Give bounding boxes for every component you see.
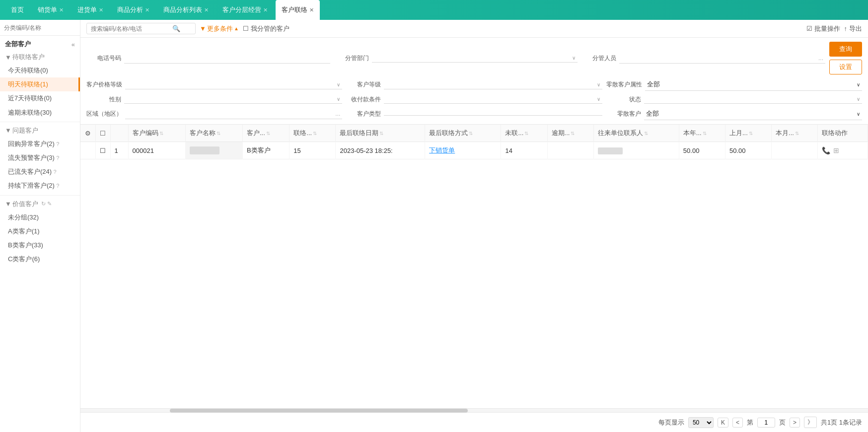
scrollbar-thumb[interactable] [170,409,468,413]
gender-select[interactable]: ∨ [124,95,342,104]
sort-icon: ⇅ [644,131,648,136]
col-this-year: 本年...⇅ [679,125,725,142]
dept-select[interactable]: ∨ [372,54,578,63]
nav-tab-product-analysis[interactable]: 商品分析 ✕ [111,0,155,20]
row-this-month [772,142,818,159]
sort-icon: ⇅ [266,131,270,136]
row-name[interactable] [185,142,242,159]
row-this-year: 50.00 [679,142,725,159]
close-icon[interactable]: ✕ [263,7,268,13]
query-button[interactable]: 查询 [829,42,862,57]
close-icon[interactable]: ✕ [59,7,64,13]
sidebar-item-lost-warning[interactable]: 流失预警客户(3) ? [0,151,80,165]
retail-attr-label: 零散客户属性 [606,80,642,89]
nav-tab-purchase[interactable]: 进货单 ✕ [72,0,109,20]
total-records: 共1页 1条记录 [821,418,862,427]
main-layout: 🔍 全部客户 « ▼ 待联络客户 今天待联络(0) 明天待联络(1) 近7天待联… [0,20,868,432]
sidebar-item-already-lost[interactable]: 已流失客户(24) ? [0,165,80,179]
payment-select[interactable]: ∨ [384,95,602,104]
sidebar-item-class-a[interactable]: A类客户(1) [0,224,80,238]
filter-cell-retail-customer: 零散客户 全部 ∨ [606,108,862,120]
settings-gear-icon[interactable]: ⚙ [85,130,91,137]
search-icon[interactable]: 🔍 [172,25,180,32]
nav-home[interactable]: 首页 [5,0,30,20]
row-settings[interactable] [80,142,95,159]
export-icon: ↑ [844,25,848,32]
level-select[interactable]: ∨ [384,80,602,89]
phone-input[interactable] [124,53,330,64]
nav-tab-customer-contact[interactable]: 客户联络 ✕ [276,0,320,20]
phone-action-icon[interactable]: 📞 [822,146,830,154]
per-page-label: 每页显示 [658,418,684,427]
chevron-down-icon: ∨ [337,82,340,87]
close-icon[interactable]: ✕ [309,7,314,13]
search-box[interactable]: 🔍 [86,23,196,34]
export-button[interactable]: ↑ 导出 [844,24,863,33]
my-customers-checkbox[interactable]: ☐ 我分管的客户 [243,24,289,33]
sidebar-item-today-contact[interactable]: 今天待联络(0) [0,64,80,77]
grid-action-icon[interactable]: ⊞ [833,146,839,154]
filter-cell-price: 客户价格等级 ∨ [86,80,342,89]
sidebar-all-customers-header[interactable]: 全部客户 « [0,36,80,51]
main-search-input[interactable] [91,25,170,32]
settings-button[interactable]: 设置 [829,60,862,74]
table-body: ☐ 1 000021 B类客户 15 2023-05-23 18:25: 下销货… [80,142,868,159]
row-last-method[interactable]: 下销货单 [425,142,501,159]
nav-tab-sales[interactable]: 销货单 ✕ [32,0,70,20]
horizontal-scrollbar[interactable] [80,408,868,412]
col-check[interactable]: ☐ [95,125,110,142]
prev-page-button[interactable]: < [732,418,743,428]
close-icon[interactable]: ✕ [99,7,103,13]
person-label: 分管人员 [581,54,616,63]
row-action: 📞 ⊞ [818,142,868,159]
status-label: 状态 [606,95,641,104]
phone-label: 电话号码 [86,54,121,63]
row-type: B类客户 [243,142,289,159]
first-page-button[interactable]: K [718,418,728,428]
region-select[interactable]: ... [125,109,342,119]
filter-cell-status: 状态 ∨ [606,95,862,104]
close-icon[interactable]: ✕ [145,7,149,13]
row-last-month: 50.00 [725,142,771,159]
sidebar-divider [0,122,80,122]
level-label: 客户等级 [346,80,381,89]
row-checkbox[interactable]: ☐ [95,142,110,159]
sidebar-item-tomorrow-contact[interactable]: 明天待联络(1) [0,77,80,91]
retail-customer-select[interactable]: 全部 ∨ [644,108,862,120]
col-no-contact: 未联...⇅ [501,125,547,142]
select-all-checkbox[interactable]: ☐ [100,130,106,137]
nav-tab-product-analysis-list[interactable]: 商品分析列表 ✕ [157,0,215,20]
sidebar-item-continuous-down[interactable]: 持续下滑客户(2) ? [0,179,80,193]
filter-row-1: 电话号码 分管部门 ∨ 分管人员 ... [86,42,862,74]
last-page-button[interactable]: 》 [804,417,817,428]
close-icon[interactable]: ✕ [204,7,209,13]
per-page-select[interactable]: 50 100 200 [688,417,714,428]
col-unit-contact: 往来单位联系人⇅ [593,125,679,142]
filter-cell-retail-attr: 零散客户属性 全部 ∨ [606,78,862,91]
dots-icon: ... [335,110,340,117]
next-page-button[interactable]: > [790,418,800,428]
filter-cell-level: 客户等级 ∨ [346,80,602,89]
customer-type-select[interactable] [384,112,602,116]
sort-icon: ⇅ [749,131,753,136]
nav-tab-customer-tier[interactable]: 客户分层经营 ✕ [217,0,274,20]
retail-attr-select[interactable]: 全部 ∨ [645,78,862,91]
sidebar-item-class-c[interactable]: C类客户(6) [0,252,80,266]
data-table-container: ⚙ ☐ 客户编码⇅ 客户名称⇅ 客户...⇅ [80,125,868,408]
sidebar-item-unsorted[interactable]: 未分组(32) [0,211,80,224]
collapse-icon[interactable]: « [72,41,75,48]
sidebar-item-repurchase-abnormal[interactable]: 回购异常客户(2) ? [0,137,80,151]
more-conditions-button[interactable]: ▼ 更多条件 ▲ [200,24,239,33]
sidebar-search-input[interactable] [4,24,78,31]
page-number-input[interactable] [757,418,775,428]
sidebar-item-class-b[interactable]: B类客户(33) [0,238,80,252]
content-area: 🔍 ▼ 更多条件 ▲ ☐ 我分管的客户 ☑ 批量操作 ↑ 导出 [80,20,868,432]
filter-cell-phone: 电话号码 [86,53,330,64]
price-select[interactable]: ∨ [125,80,342,89]
sidebar-item-overdue-contact[interactable]: 逾期未联络(30) [0,106,80,120]
col-settings[interactable]: ⚙ [80,125,95,142]
status-select[interactable]: ∨ [644,95,862,104]
sidebar-item-week-contact[interactable]: 近7天待联络(0) [0,91,80,105]
person-select[interactable]: ... [619,53,825,64]
batch-ops-button[interactable]: ☑ 批量操作 [806,24,840,33]
